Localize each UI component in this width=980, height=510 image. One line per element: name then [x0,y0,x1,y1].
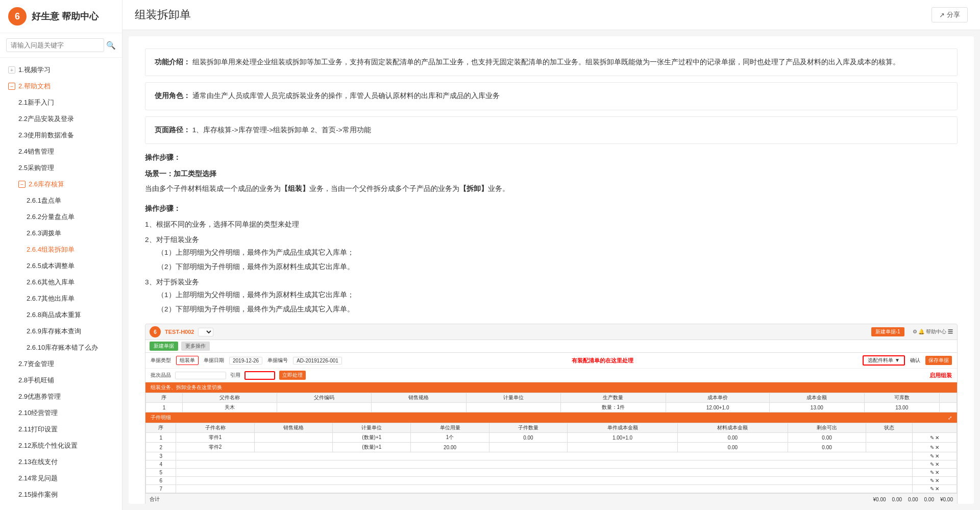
minus-icon: − [18,181,26,188]
cell-qty: 数量：1件 [560,403,666,412]
sidebar-item-nav-2-15[interactable]: 2.15操作案例 [0,487,122,503]
app-company-select[interactable] [198,328,213,336]
ops-title: 操作步骤： [145,153,958,162]
app-screenshot: 6 TEST-H002 新建单据-1 ⚙ 🔔 帮助中心 ☰ 新建单据 更多操作 [145,324,957,504]
total-val1: ¥0.00 [873,497,886,502]
sidebar-item-nav-2-10[interactable]: 2.10经营管理 [0,405,122,421]
app-screenshot-container: 6 TEST-H002 新建单据-1 ⚙ 🔔 帮助中心 ☰ 新建单据 更多操作 [145,324,958,504]
nav-item-label: 2.6.9库存账本查询 [27,327,81,336]
app-company-name: TEST-H002 [165,329,194,335]
sidebar-item-nav-2-3[interactable]: 2.3使用前数据准备 [0,127,122,143]
search-input[interactable] [6,38,104,52]
annotation3-bar: 组装业务、拆卸业务在这里切换 [145,382,957,393]
batch-input[interactable] [175,372,226,379]
cell-unit [466,403,560,412]
date-label: 单据日期 [204,357,224,364]
total-val5: ¥0.00 [940,497,953,502]
sidebar-item-nav-2-4[interactable]: 2.4销售管理 [0,143,122,160]
sidebar-item-nav-2-6-10[interactable]: 2.6.10库存账本错了么办 [0,339,122,356]
page-title: 组装拆卸单 [135,7,191,22]
sidebar-item-nav-2-12[interactable]: 2.12系统个性化设置 [0,438,122,454]
cell-seq: 1 [146,403,183,412]
sidebar-item-nav-2-2[interactable]: 2.2产品安装及登录 [0,111,122,127]
sidebar-item-nav-2-7[interactable]: 2.7资金管理 [0,356,122,372]
role-text: 通常由生产人员或库管人员完成拆装业务的操作，库管人员确认原材料的出库和产成品的入… [192,92,500,100]
table-row: 1 零件1 (数量)+1 1个 0.00 1.00+1.0 0.00 0.00 [146,433,957,443]
sub-steps-2: （1）上部明细为父件明细，最终作为产成品生成其它入库单； （2）下部明细为子件明… [145,247,958,274]
sub-steps-3: （1）上部明细为父件明细，最终作为原材料生成其它出库单； （2）下部明细为子件明… [145,289,958,316]
nav-item-label: 2.3使用前数据准备 [18,131,74,140]
app-logo-icon: 6 [150,326,161,337]
col-spec: 销售规格 [372,393,466,403]
table-row: 5✎ ✕ [146,469,957,477]
bottom-totals-bar: 合计 ¥0.00 0.00 0.00 0.00 ¥0.00 [145,493,957,504]
share-label: 分享 [947,10,960,19]
app-subtoolbar: 新建单据 更多操作 [145,340,957,353]
sidebar-item-nav-2-1[interactable]: 2.1新手入门 [0,94,122,111]
sidebar-item-nav-1[interactable]: +1.视频学习 [0,62,122,78]
app-new-doc-btn[interactable]: 新建单据-1 [871,327,904,336]
sidebar-item-nav-2-9[interactable]: 2.9优惠券管理 [0,388,122,405]
nav-item-label: 2.6.6其他入库单 [27,278,75,287]
col-action [939,393,957,403]
share-button[interactable]: ↗ 分享 [932,7,968,22]
main-content: 组装拆卸单 ↗ 分享 功能介绍： 组装拆卸单用来处理企业组装或拆卸等加工业务，支… [122,0,980,510]
sidebar-item-nav-2-5[interactable]: 2.5采购管理 [0,160,122,176]
nav-item-label: 2.6.4组装拆卸单 [27,245,75,254]
table-row: 7✎ ✕ [146,485,957,493]
ch-col-unit-cost: 单件成本金额 [568,423,678,433]
sidebar-item-nav-2-6-2[interactable]: 2.6.2分量盘点单 [0,209,122,225]
cell-action [939,403,957,412]
sidebar-item-nav-2-6-5[interactable]: 2.6.5成本调整单 [0,258,122,274]
scenario1-desc: 当由多个子件材料组装成一个成品的业务为【组装】业务，当由一个父件拆分成多个子产品… [145,183,958,195]
ch-col-total-cost: 材料成本金额 [678,423,788,433]
sidebar-item-nav-2-6-8[interactable]: 2.6.8商品成本重算 [0,307,122,323]
cell-cost-unit: 12.00+1.0 [666,403,770,412]
sidebar-item-nav-2-6-7[interactable]: 2.6.7其他出库单 [0,290,122,307]
nav-item-label: 2.6.1盘点单 [27,196,61,205]
btn-confirm-save[interactable]: 保存单据 [925,356,952,365]
total-val2: 0.00 [892,497,902,502]
sub-section-header: 子件明细 ⤢ [145,412,957,423]
ref-input[interactable] [244,371,275,380]
sidebar: 6 好生意 帮助中心 🔍 +1.视频学习−2.帮助文档2.1新手入门2.2产品安… [0,0,122,510]
nav-item-label: 2.6.3调拨单 [27,229,61,238]
sidebar-item-nav-2-6-4[interactable]: 2.6.4组装拆卸单 [0,241,122,258]
sidebar-item-nav-2[interactable]: −2.帮助文档 [0,78,122,94]
total-val3: 0.00 [908,497,918,502]
sidebar-item-nav-2-6-1[interactable]: 2.6.1盘点单 [0,192,122,209]
sidebar-item-nav-2-6[interactable]: −2.6库存核算 [0,176,122,192]
app-form-row: 单据类型 组装单 单据日期 2019-12-26 单据编号 AD-2019122… [145,353,957,369]
content-area: 功能介绍： 组装拆卸单用来处理企业组装或拆卸等加工业务，支持有固定装配清单的产品… [129,36,974,504]
nav-item-label: 2.6.10库存账本错了么办 [27,343,98,352]
sidebar-item-nav-2-8[interactable]: 2.8手机旺铺 [0,372,122,388]
nav-item-label: 2.5采购管理 [18,163,54,173]
col-seq: 序 [146,393,183,403]
col-avail: 可库数 [864,393,939,403]
sidebar-item-nav-2-6-6[interactable]: 2.6.6其他入库单 [0,274,122,290]
ch-col-usage: 单位用量 [411,423,489,433]
doc-no-value: AD-20191226-001 [293,357,342,365]
btn-apply[interactable]: 立即处理 [279,371,306,380]
search-button[interactable]: 🔍 [106,41,116,50]
sidebar-item-nav-2-6-9[interactable]: 2.6.9库存账本查询 [0,323,122,339]
sidebar-item-nav-2-11[interactable]: 2.11打印设置 [0,421,122,438]
child-table: 序 子件名称 销售规格 计量单位 单位用量 子件数量 单件成本金额 材料成本金额… [145,423,957,493]
sub-section-title: 子件明细 [151,414,171,421]
nav-item-label: 2.12系统个性化设置 [18,441,78,450]
btn-select-bom[interactable]: 选配件料单 ▼ [863,355,905,366]
sidebar-item-nav-2-13[interactable]: 2.13在线支付 [0,454,122,470]
nav-item-label: 2.15操作案例 [18,490,58,499]
app-tab-more[interactable]: 更多操作 [181,342,210,351]
sidebar-item-nav-2-6-3[interactable]: 2.6.3调拨单 [0,225,122,241]
app-topbar: 6 TEST-H002 新建单据-1 ⚙ 🔔 帮助中心 ☰ [145,324,957,340]
nav-item-label: 2.7资金管理 [18,359,54,369]
sidebar-item-nav-2-14[interactable]: 2.14常见问题 [0,470,122,487]
ch-col-status: 状态 [866,423,913,433]
nav-item-label: 2.6.2分量盘点单 [27,212,75,222]
app-tab-new[interactable]: 新建单据 [150,342,178,351]
cell-parent-name: 关木 [182,403,277,412]
nav-item-label: 2.10经营管理 [18,408,58,418]
feature-intro-label: 功能介绍： [155,58,190,66]
sub-step-3-1: （1）上部明细为父件明细，最终作为原材料生成其它出库单； [157,289,958,301]
